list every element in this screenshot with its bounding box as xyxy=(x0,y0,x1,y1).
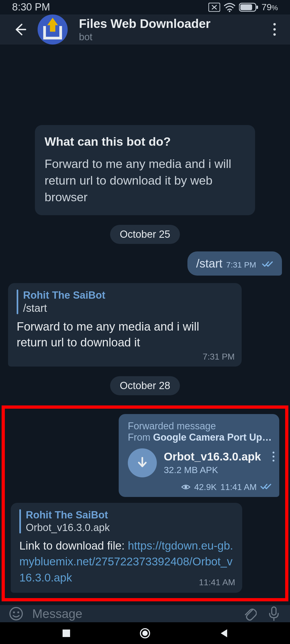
reply-original-text: Orbot_v16.3.0.apk xyxy=(26,522,110,533)
chat-subtitle: bot xyxy=(79,31,257,43)
chat-header: Files Web Downloader bot xyxy=(0,14,290,45)
views-icon xyxy=(181,484,190,490)
read-receipt-icon xyxy=(260,482,272,492)
emoji-button[interactable] xyxy=(8,606,24,622)
reply-reference[interactable]: Rohit The SaiBot /start xyxy=(17,290,233,314)
message-time: 11:41 AM xyxy=(220,482,257,492)
reply-original-text: /start xyxy=(23,302,105,314)
date-separator: October 25 xyxy=(110,225,180,244)
svg-point-7 xyxy=(13,612,15,613)
chat-avatar[interactable] xyxy=(38,14,68,45)
svg-rect-11 xyxy=(63,630,70,637)
status-time: 8:30 PM xyxy=(12,1,50,13)
recent-apps-button[interactable] xyxy=(60,627,73,640)
file-name: Orbot_v16.3.0.apk xyxy=(164,450,261,463)
chat-area[interactable]: What can this bot do? Forward to me any … xyxy=(0,45,290,601)
message-text: Forward to me any media and i will retur… xyxy=(17,319,233,350)
svg-point-6 xyxy=(10,608,22,620)
chat-title: Files Web Downloader xyxy=(79,16,257,31)
wifi-icon xyxy=(223,2,236,12)
chat-title-block[interactable]: Files Web Downloader bot xyxy=(79,16,257,43)
date-separator: October 28 xyxy=(110,376,180,395)
arrow-left-icon xyxy=(13,22,27,37)
message-time: 7:31 PM xyxy=(203,352,235,362)
battery-percent: 79% xyxy=(262,2,278,12)
message-time: 7:31 PM xyxy=(226,260,256,269)
read-receipt-icon xyxy=(262,261,273,268)
svg-point-8 xyxy=(17,612,19,613)
navigation-bar xyxy=(0,622,290,644)
svg-point-13 xyxy=(142,631,148,636)
incoming-message[interactable]: Rohit The SaiBot /start Forward to me an… xyxy=(8,283,242,367)
svg-rect-4 xyxy=(240,4,252,10)
reply-from-name: Rohit The SaiBot xyxy=(26,509,110,521)
reply-from-name: Rohit The SaiBot xyxy=(23,290,105,301)
file-more-button[interactable] xyxy=(273,452,274,462)
back-nav-button[interactable] xyxy=(217,627,230,640)
views-count: 42.9K xyxy=(194,482,217,492)
status-bar: 8:30 PM 79% xyxy=(0,0,290,14)
bot-intro-question: What can this bot do? xyxy=(45,135,245,149)
bot-intro-body: Forward to me any media and i will retur… xyxy=(45,156,245,206)
reply-reference[interactable]: Rohit The SaiBot Orbot_v16.3.0.apk xyxy=(19,509,234,533)
more-options-button[interactable] xyxy=(266,21,282,38)
outgoing-file-message[interactable]: Forwarded message From Google Camera Por… xyxy=(119,414,279,497)
message-text: /start xyxy=(196,257,222,270)
forwarded-label: Forwarded message xyxy=(128,420,272,432)
home-button[interactable] xyxy=(138,627,152,640)
message-time: 11:41 AM xyxy=(199,577,235,587)
highlight-annotation: Forwarded message From Google Camera Por… xyxy=(2,405,288,601)
message-input-bar: Message xyxy=(0,605,290,623)
outgoing-message[interactable]: /start 7:31 PM xyxy=(187,251,282,276)
incoming-message[interactable]: Rohit The SaiBot Orbot_v16.3.0.apk Link … xyxy=(11,503,242,593)
message-input[interactable]: Message xyxy=(32,606,234,621)
bot-intro-bubble[interactable]: What can this bot do? Forward to me any … xyxy=(35,125,255,215)
battery-icon xyxy=(239,2,258,12)
svg-point-5 xyxy=(184,486,187,488)
svg-rect-3 xyxy=(256,6,258,9)
forwarded-from: From Google Camera Port Up… xyxy=(128,432,272,443)
attach-button[interactable] xyxy=(242,606,258,622)
svg-point-1 xyxy=(229,10,230,12)
download-file-icon[interactable] xyxy=(128,448,157,477)
status-right: 79% xyxy=(208,2,278,12)
voice-button[interactable] xyxy=(266,606,282,622)
file-meta: 32.2 MB APK xyxy=(164,465,261,475)
upload-arrow-icon xyxy=(47,18,58,25)
rotation-lock-icon xyxy=(208,3,220,12)
back-button[interactable] xyxy=(12,21,28,38)
svg-rect-9 xyxy=(272,607,276,615)
